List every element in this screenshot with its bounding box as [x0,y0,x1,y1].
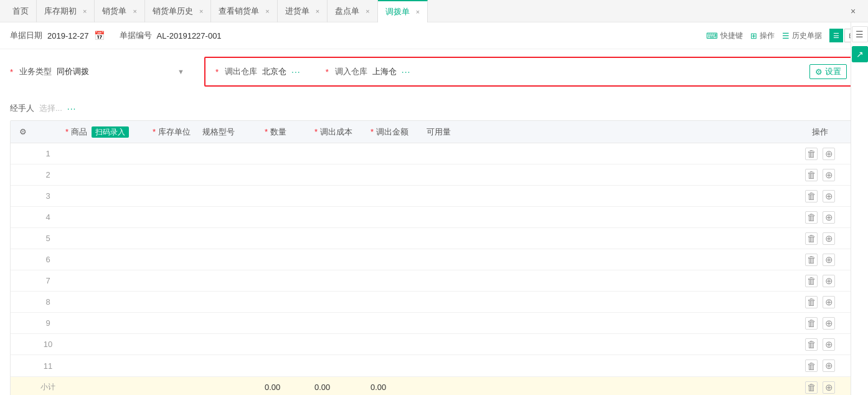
th-product-label: 商品 [71,127,87,136]
copy-icon-3[interactable]: ⊕ [823,190,835,202]
tab-home[interactable]: 首页 [5,0,37,22]
shortcut-action[interactable]: ⌨ 快捷键 [706,31,743,41]
td-ops-11: 🗑 ⊕ [783,359,857,372]
subtotal-delete-icon[interactable]: 🗑 [805,381,818,394]
copy-icon-7[interactable]: ⊕ [823,275,835,287]
table-row: 3 🗑 ⊕ [11,186,857,207]
delete-icon-5[interactable]: 🗑 [805,232,818,245]
copy-icon-10[interactable]: ⊕ [823,338,835,351]
order-value: AL-20191227-001 [157,31,222,40]
table-row: 10 🗑 ⊕ [11,334,857,355]
window-close-button[interactable]: × [843,0,863,22]
copy-icon-11[interactable]: ⊕ [823,359,835,372]
warehouse-in-more[interactable]: ··· [402,67,411,77]
td-ops-6: 🗑 ⊕ [783,254,857,266]
delete-icon-1[interactable]: 🗑 [805,148,818,160]
tab-inventory-init[interactable]: 库存期初 × [37,0,95,22]
td-rownum-4: 4 [35,212,60,222]
td-rownum-8: 8 [35,297,60,307]
ops-action[interactable]: ⊞ 操作 [750,31,775,41]
delete-icon-4[interactable]: 🗑 [805,211,818,224]
side-btn-export[interactable]: ↗ [852,46,868,62]
business-type-input[interactable]: 同价调拨 [57,66,172,77]
person-label: 经手人 [10,103,34,114]
person-more[interactable]: ··· [67,103,77,113]
date-field: 单据日期 2019-12-27 📅 [10,30,105,41]
tab-close-view-sales[interactable]: × [265,7,269,15]
th-available: 可用量 [422,126,478,138]
business-type-label: 业务类型 [19,66,52,77]
calendar-icon[interactable]: 📅 [94,31,105,40]
delete-icon-3[interactable]: 🗑 [805,190,818,202]
td-rownum-6: 6 [35,255,60,264]
copy-icon-4[interactable]: ⊕ [823,211,835,224]
settings-button[interactable]: ⚙ 设置 [809,64,847,79]
copy-icon-5[interactable]: ⊕ [823,232,835,245]
warehouse-in-required-star: * [326,67,329,77]
ops-icon: ⊞ [750,31,757,40]
business-row: * 业务类型 同价调拨 ▼ * 调出仓库 北京仓 ··· * [10,57,858,87]
th-product: * 商品 扫码录入 [60,126,148,138]
tab-close-purchase[interactable]: × [316,7,319,15]
tab-purchase[interactable]: 进货单 × [278,0,328,22]
delete-icon-2[interactable]: 🗑 [805,169,818,181]
td-ops-9: 🗑 ⊕ [783,317,857,330]
copy-icon-8[interactable]: ⊕ [823,296,835,308]
td-rownum-11: 11 [35,361,60,371]
copy-icon-6[interactable]: ⊕ [823,254,835,266]
tab-close-inventory-init[interactable]: × [83,7,87,15]
person-input[interactable]: 选择... [39,103,62,114]
delete-icon-8[interactable]: 🗑 [805,296,818,308]
td-ops-7: 🗑 ⊕ [783,275,857,287]
order-label: 单据编号 [120,30,152,41]
td-rownum-1: 1 [35,149,60,158]
tab-sales-order[interactable]: 销货单 × [95,0,144,22]
form-header: 单据日期 2019-12-27 📅 单据编号 AL-20191227-001 ⌨… [0,22,868,49]
scan-button[interactable]: 扫码录入 [92,126,129,138]
td-ops-1: 🗑 ⊕ [783,148,857,160]
warehouse-out-more[interactable]: ··· [291,67,301,77]
delete-icon-6[interactable]: 🗑 [805,254,818,266]
tab-sales-history[interactable]: 销货单历史 × [145,0,211,22]
td-rownum-2: 2 [35,170,60,179]
subtotal-amount: 0.00 [366,383,422,392]
table-rows-container: 1 🗑 ⊕ 2 🗑 ⊕ 3 [11,143,857,376]
warehouse-out-label: 调出仓库 [225,66,257,77]
table-settings-icon[interactable]: ⚙ [11,127,35,136]
tab-close-transfer[interactable]: × [416,8,420,16]
tab-close-sales-history[interactable]: × [199,7,203,15]
tab-view-sales[interactable]: 查看销货单 × [211,0,277,22]
layout-btn-list[interactable]: ☰ [829,29,843,42]
th-amount: * 调出金额 [366,126,422,138]
tab-close-sales-order[interactable]: × [133,7,136,15]
warehouse-out-field: * 调出仓库 北京仓 ··· [215,66,301,77]
delete-icon-11[interactable]: 🗑 [805,359,818,372]
business-type-dropdown-arrow[interactable]: ▼ [177,68,184,75]
person-row: 经手人 选择... ··· [0,100,868,120]
copy-icon-2[interactable]: ⊕ [823,169,835,181]
th-qty: * 数量 [260,126,309,138]
table-row: 2 🗑 ⊕ [11,164,857,186]
tab-close-stocktaking[interactable]: × [366,7,369,15]
order-field: 单据编号 AL-20191227-001 [120,30,222,41]
td-ops-4: 🗑 ⊕ [783,211,857,224]
copy-icon-1[interactable]: ⊕ [823,148,835,160]
subtotal-cost: 0.00 [309,383,366,392]
table-row: 8 🗑 ⊕ [11,292,857,313]
tab-bar: 首页 库存期初 × 销货单 × 销货单历史 × 查看销货单 × 进货单 × 盘点… [0,0,868,22]
delete-icon-9[interactable]: 🗑 [805,317,818,330]
business-type-field: * 业务类型 同价调拨 ▼ [10,66,184,77]
warehouse-in-label: 调入仓库 [335,66,367,77]
history-action[interactable]: ☰ 历史单据 [782,31,822,41]
tab-transfer[interactable]: 调拨单 × [378,0,428,22]
td-rownum-10: 10 [35,340,60,349]
td-ops-5: 🗑 ⊕ [783,232,857,245]
delete-icon-10[interactable]: 🗑 [805,338,818,351]
copy-icon-9[interactable]: ⊕ [823,317,835,330]
tab-stocktaking[interactable]: 盘点单 × [328,0,377,22]
td-ops-8: 🗑 ⊕ [783,296,857,308]
td-rownum-7: 7 [35,276,60,285]
side-btn-list[interactable]: ☰ [852,26,868,42]
subtotal-copy-icon[interactable]: ⊕ [823,381,835,394]
delete-icon-7[interactable]: 🗑 [805,275,818,287]
